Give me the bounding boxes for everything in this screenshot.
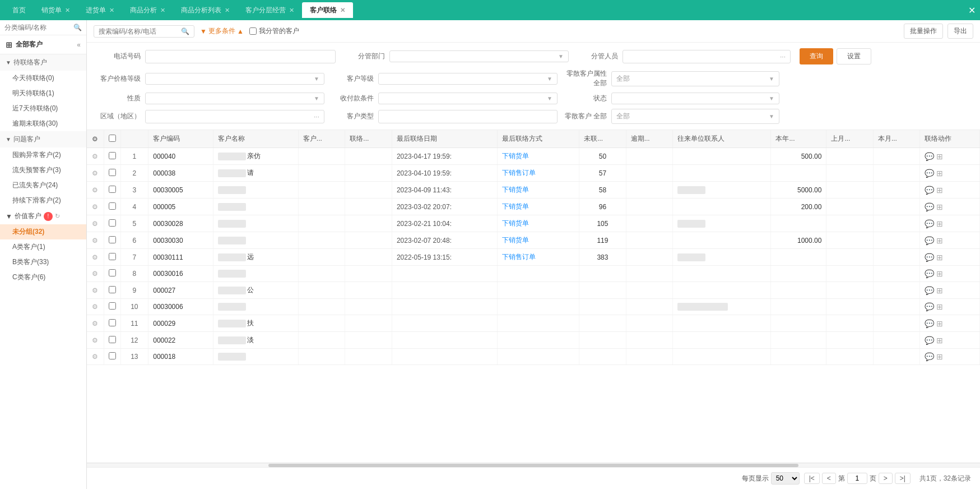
row-settings-icon[interactable]: ⚙ [87,199,104,215]
row-last-contact-way[interactable] [498,266,579,282]
per-page-select[interactable]: 50 20 100 [771,472,800,485]
tab-close-icon[interactable]: ✕ [109,7,114,14]
chat-icon[interactable]: 💬 [925,253,934,262]
last-page-btn[interactable]: >| [895,473,911,484]
scrollbar-thumb[interactable] [268,464,799,467]
refresh-icon[interactable]: ↻ [55,213,60,220]
row-checkbox-cell[interactable] [104,299,120,315]
tab-home[interactable]: 首页 [4,2,34,18]
sparse-customer-select[interactable]: 全部 ▼ [611,109,779,124]
tab-close-icon-active[interactable]: ✕ [340,7,345,14]
row-settings-icon[interactable]: ⚙ [87,249,104,266]
sidebar-item-warning[interactable]: 流失预警客户(3) [0,163,86,178]
sidebar-item-tomorrow[interactable]: 明天待联络(1) [0,86,86,101]
more-conditions-btn[interactable]: ▼ 更多条件 ▲ [200,26,244,36]
grid-action-icon[interactable]: ⊞ [936,152,943,161]
row-checkbox-cell[interactable] [104,199,120,215]
row-last-contact-way[interactable]: 下销货单 [498,148,579,165]
row-checkbox[interactable] [109,302,116,310]
row-settings-icon[interactable]: ⚙ [87,148,104,165]
grid-action-icon[interactable]: ⊞ [936,202,943,211]
row-settings-icon[interactable]: ⚙ [87,299,104,315]
row-checkbox[interactable] [109,286,116,293]
row-last-contact-way[interactable] [498,349,579,365]
row-checkbox-cell[interactable] [104,182,120,199]
row-checkbox[interactable] [109,269,116,276]
grid-action-icon[interactable]: ⊞ [936,302,943,311]
row-checkbox-cell[interactable] [104,249,120,266]
row-last-contact-way[interactable] [498,282,579,299]
tab-product-analysis[interactable]: 商品分析 ✕ [122,2,173,18]
row-last-contact-way[interactable]: 下销货单 [498,232,579,249]
row-checkbox-cell[interactable] [104,215,120,232]
first-page-btn[interactable]: |< [804,473,820,484]
settings-column-header[interactable]: ⚙ [87,130,104,148]
prev-page-btn[interactable]: < [822,473,836,484]
price-level-select[interactable]: ▼ [145,73,324,85]
phone-field[interactable] [150,53,331,61]
sidebar-item-class-c[interactable]: C类客户(6) [0,270,86,285]
row-last-contact-way[interactable]: 下销货单 [498,182,579,199]
page-number-input[interactable] [847,473,867,484]
sidebar-item-today[interactable]: 今天待联络(0) [0,71,86,86]
row-settings-icon[interactable]: ⚙ [87,332,104,349]
row-checkbox[interactable] [109,186,116,193]
sidebar-search-box[interactable]: 🔍 [0,20,86,35]
row-last-contact-way[interactable] [498,332,579,349]
chat-icon[interactable]: 💬 [925,302,934,311]
row-checkbox-cell[interactable] [104,148,120,165]
tab-sales-order[interactable]: 销货单 ✕ [34,2,78,18]
dots-icon[interactable]: ··· [314,113,319,121]
sidebar-item-class-b[interactable]: B类客户(33) [0,255,86,270]
chat-icon[interactable]: 💬 [925,219,934,228]
batch-operations-btn[interactable]: 批量操作 [904,24,943,39]
tab-close-icon[interactable]: ✕ [160,7,165,14]
collapse-icon[interactable]: « [77,41,81,49]
customer-level-select[interactable]: ▼ [378,73,558,85]
row-checkbox[interactable] [109,336,116,343]
chat-icon[interactable]: 💬 [925,352,934,361]
sidebar-search-icon[interactable]: 🔍 [73,24,82,31]
row-checkbox[interactable] [109,236,116,243]
row-settings-icon[interactable]: ⚙ [87,282,104,299]
grid-action-icon[interactable]: ⊞ [936,269,943,278]
filter-search-input[interactable] [99,27,179,35]
tab-close-icon[interactable]: ✕ [65,7,70,14]
row-checkbox[interactable] [109,319,116,326]
row-checkbox[interactable] [109,169,116,176]
row-settings-icon[interactable]: ⚙ [87,232,104,249]
payment-select[interactable]: ▼ [378,93,558,104]
export-btn[interactable]: 导出 [948,24,973,39]
row-checkbox-cell[interactable] [104,332,120,349]
per-page-selector[interactable]: 每页显示 50 20 100 [742,472,800,485]
row-settings-icon[interactable]: ⚙ [87,349,104,365]
last-contact-way-link[interactable]: 下销售订单 [502,169,536,177]
grid-action-icon[interactable]: ⊞ [936,186,943,195]
row-checkbox[interactable] [109,202,116,210]
tab-product-analysis-list[interactable]: 商品分析列表 ✕ [173,2,238,18]
nature-select[interactable]: ▼ [145,93,324,104]
last-contact-way-link[interactable]: 下销货单 [502,202,529,210]
sidebar-search-input[interactable] [4,24,71,31]
row-checkbox[interactable] [109,152,116,159]
chat-icon[interactable]: 💬 [925,152,934,161]
chat-icon[interactable]: 💬 [925,202,934,211]
last-contact-way-link[interactable]: 下销售订单 [502,253,536,261]
row-settings-icon[interactable]: ⚙ [87,266,104,282]
chat-icon[interactable]: 💬 [925,286,934,295]
row-settings-icon[interactable]: ⚙ [87,315,104,332]
customer-type-field[interactable] [383,113,552,121]
sidebar-item-lost[interactable]: 已流失客户(24) [0,178,86,193]
dept-select[interactable]: ▼ [389,50,569,62]
row-checkbox[interactable] [109,253,116,260]
tab-purchase-order[interactable]: 进货单 ✕ [78,2,122,18]
grid-action-icon[interactable]: ⊞ [936,219,943,228]
sidebar-item-class-a[interactable]: A类客户(1) [0,239,86,255]
grid-action-icon[interactable]: ⊞ [936,236,943,245]
sidebar-all-customers[interactable]: ⊞ 全部客户 « [0,35,86,54]
next-page-btn[interactable]: > [879,473,893,484]
grid-action-icon[interactable]: ⊞ [936,253,943,262]
horizontal-scrollbar[interactable] [87,463,980,467]
grid-action-icon[interactable]: ⊞ [936,319,943,328]
chat-icon[interactable]: 💬 [925,319,934,328]
